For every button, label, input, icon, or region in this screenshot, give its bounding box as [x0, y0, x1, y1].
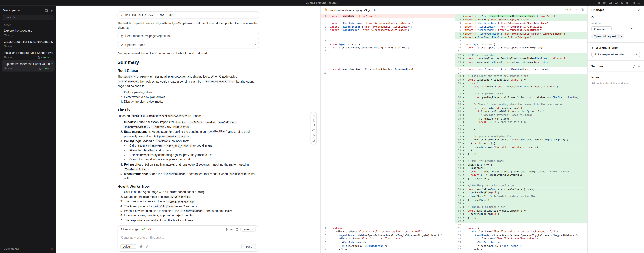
search-input[interactable]	[3, 15, 53, 20]
list-item: When a new pending plan is detected, the…	[124, 208, 259, 213]
clipboard-icon[interactable]	[312, 124, 315, 127]
pencil-icon[interactable]	[145, 245, 148, 248]
pause-icon[interactable]	[597, 1, 601, 4]
app-window: vk/3ccf-explore-the-code Workspaces Acti…	[0, 0, 644, 253]
diff-row: 47+ }, [loadPlans]);	[321, 177, 587, 180]
panel-right-icon[interactable]	[632, 1, 635, 4]
diff-row: 37+ } catch (error) {	[321, 142, 587, 145]
diff-row: 50+ const handlePlanComplete = useCallba…	[321, 188, 587, 191]
todos-block[interactable]: Updated Todos	[118, 42, 259, 48]
diff-left-line	[321, 138, 456, 142]
titlebar-icons	[597, 1, 641, 4]
list-item: Polling logic: Added a loadPlans callbac…	[124, 139, 259, 162]
close-icon[interactable]	[637, 8, 640, 12]
chevron-down-icon[interactable]	[576, 8, 579, 12]
divider	[588, 72, 644, 72]
notes-placeholder[interactable]: Add notes about this workspace...	[592, 82, 640, 84]
diff-left-line	[321, 131, 456, 134]
branch-selector[interactable]: master	[592, 26, 612, 31]
diff-left-line	[321, 174, 456, 177]
compare-icon[interactable]	[312, 139, 315, 142]
notes-section-label: Notes	[592, 76, 600, 79]
diff-right-line: 65 <ChatInterface />	[456, 240, 587, 244]
panel-icon[interactable]	[45, 9, 48, 12]
workspace-title: Create Good First Issues on Github So...	[4, 40, 52, 44]
tool-call-block[interactable]: Read medusa/src/pages/Agent.tsx	[118, 33, 259, 40]
files-changed-label[interactable]: 2 files changed	[121, 228, 140, 231]
diff-left-line: 3import { RightSidebar } from "@/compone…	[321, 25, 456, 28]
plus-icon[interactable]	[50, 9, 53, 12]
diff-left-line	[321, 195, 456, 198]
diff-right-line: 19+ const loadPlans = useCallback(async …	[456, 78, 587, 82]
refresh-icon[interactable]	[236, 228, 239, 231]
send-button[interactable]: Send	[241, 244, 256, 249]
copy-icon[interactable]	[312, 118, 315, 122]
message-input[interactable]	[118, 233, 259, 243]
diff-row: 11 return (61 return (	[321, 226, 587, 230]
grid-icon[interactable]	[603, 1, 606, 4]
plus-icon[interactable]	[637, 65, 640, 68]
terminal-section: Terminal	[592, 64, 640, 68]
menu-icon[interactable]	[638, 1, 641, 4]
diff-right-line: 26+ // Check for new pending plans that …	[456, 103, 587, 106]
diff-view[interactable]: 1-import { useState } from "react";1+imp…	[321, 14, 587, 253]
chat-transcript[interactable]: npm run build 2>&1 | tail -80The build c…	[56, 6, 320, 224]
diff-left-line	[321, 191, 456, 195]
diff-right-line: 38+ console.error('Failed to load plans:…	[456, 145, 587, 149]
diff-row: 52+ loadPlans(); // Refresh to update tr…	[321, 195, 587, 198]
command-text: npm run build 2>&1 | tail -80	[125, 13, 172, 17]
more-menu-icon[interactable]	[637, 27, 640, 30]
version-dropdown[interactable]: Latest	[240, 227, 256, 232]
workspace-item[interactable]: Explore the codebase35m ago	[2, 27, 55, 38]
list-item: Calls invoke<PlanItem[]>('get_all_plans'…	[129, 144, 259, 148]
working-branch-input[interactable]: vk/3ccf-explore-the-code	[592, 52, 640, 57]
list-item: Detect when a new plan arrives	[124, 95, 259, 100]
play-icon[interactable]	[312, 134, 315, 137]
diff-row: 7+import { PlanItem, PlanStatus } from "…	[321, 36, 587, 39]
diff-left-line	[321, 205, 456, 209]
open-pr-button[interactable]: Open pull request	[592, 34, 624, 38]
workspace-time: 7h ago	[4, 56, 12, 59]
read-icon	[120, 34, 124, 38]
diff-left-line	[321, 82, 456, 85]
pr-options-button[interactable]	[618, 34, 624, 38]
diff-additions: +59	[563, 8, 568, 11]
diff-row: 4import { AgentHeader } from "@/componen…	[321, 28, 587, 32]
workspace-item[interactable]: Create Good First Issues on Github So...…	[2, 38, 55, 49]
columns-icon[interactable]	[626, 1, 629, 4]
notes-section: Notes	[592, 76, 640, 79]
mode-dropdown[interactable]: Default	[120, 244, 137, 249]
diff-right-line: 7+import { PlanItem, PlanStatus } from "…	[456, 36, 587, 39]
chevron-down-icon	[254, 44, 256, 46]
diff-panel: /medusa/medusa/src/pages/Agent.tsx +59 -…	[320, 6, 587, 253]
diff-row: 29+ // New plan detected — open the moda…	[321, 113, 587, 117]
workspace-item[interactable]: Explore the codebase I want you to ex...…	[2, 60, 55, 72]
sidebar-title: Workspaces	[4, 9, 20, 12]
edit-icon[interactable]	[635, 53, 638, 56]
unfold-icon[interactable]	[312, 113, 315, 117]
diff-left-line	[321, 53, 456, 57]
list-item: Display the plan review modal	[124, 100, 259, 104]
message-icon[interactable]	[609, 1, 612, 4]
file-icon	[39, 67, 42, 70]
diff-right-line: 61 return (	[456, 226, 587, 230]
columns-icon[interactable]	[581, 8, 584, 12]
diff-left-line: 2import { ChatInterface } from "@/compon…	[321, 22, 456, 25]
diff-left-line	[321, 117, 456, 120]
paperclip-icon[interactable]	[140, 245, 143, 248]
expand-icon[interactable]	[632, 65, 636, 68]
chat-paragraph: I've implemented the fix. Here's a summa…	[118, 51, 259, 56]
archive-count: 0	[51, 248, 52, 250]
view-archive-button[interactable]: View Archive	[4, 248, 20, 250]
monitor-icon[interactable]	[312, 129, 315, 132]
chat-heading: Root Cause	[118, 69, 259, 73]
command-block[interactable]: npm run build 2>&1 | tail -80	[118, 12, 259, 18]
diff-row: 23+ // Find pending plans	[321, 92, 587, 96]
diff-row: 40+ }, []);	[321, 152, 587, 156]
list-arrow-icon[interactable]	[230, 228, 234, 231]
diff-left-line	[321, 180, 456, 184]
workspace-item[interactable]: Install and integrate Vibe Kanban Web...…	[2, 49, 55, 60]
monitor-icon[interactable]	[614, 1, 618, 4]
eye-icon[interactable]	[620, 1, 624, 4]
dot-circle-icon[interactable]	[225, 228, 228, 231]
